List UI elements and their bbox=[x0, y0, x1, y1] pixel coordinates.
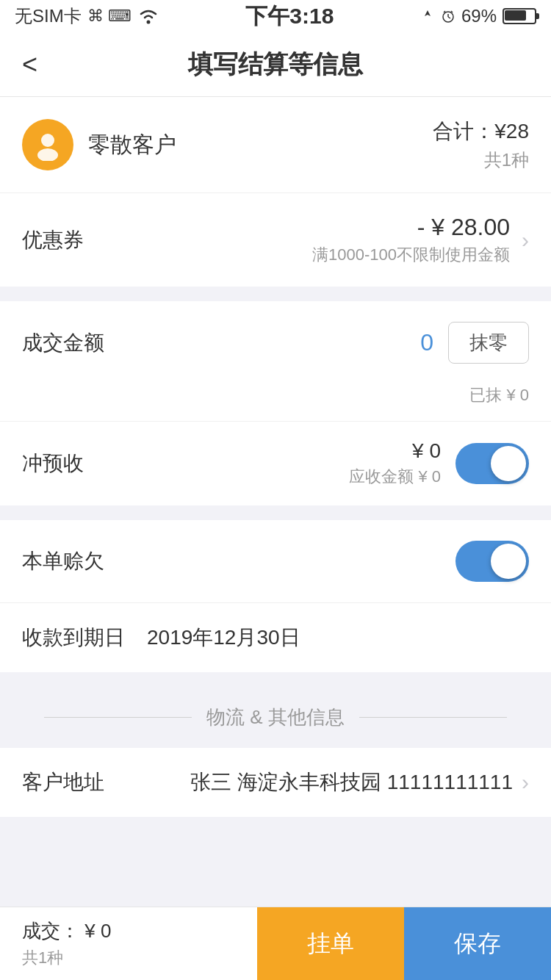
prepay-amount: ¥ 0 bbox=[349, 439, 441, 463]
logistics-header: 物流 & 其他信息 bbox=[0, 687, 551, 748]
coupon-amount: - ¥ 28.00 bbox=[312, 214, 510, 241]
due-date-label: 收款到期日 bbox=[22, 624, 125, 652]
svg-point-0 bbox=[146, 21, 150, 24]
back-button[interactable]: < bbox=[22, 49, 37, 80]
person-icon bbox=[32, 129, 64, 161]
address-label: 客户地址 bbox=[22, 768, 104, 796]
address-row[interactable]: 客户地址 张三 海淀永丰科技园 11111111111 › bbox=[0, 748, 551, 817]
avatar bbox=[22, 119, 73, 170]
svg-point-6 bbox=[41, 134, 54, 147]
status-left: 无SIM卡 ⌘ ⌨ bbox=[15, 4, 159, 28]
prepay-sub: 应收金额 ¥ 0 bbox=[349, 466, 441, 488]
customer-total: 合计：¥28 共1种 bbox=[433, 118, 529, 172]
total-amount: 合计：¥28 bbox=[433, 118, 529, 145]
address-section: 客户地址 张三 海淀永丰科技园 11111111111 › bbox=[0, 748, 551, 817]
bottom-count: 共1种 bbox=[22, 947, 235, 969]
debit-section: 本单赊欠 收款到期日 2019年12月30日 bbox=[0, 520, 551, 672]
wifi-icon: ⌘ ⌨ bbox=[87, 7, 132, 26]
address-value: 张三 海淀永丰科技园 11111111111 bbox=[126, 768, 513, 796]
prepay-row: 冲预收 ¥ 0 应收金额 ¥ 0 bbox=[0, 421, 551, 505]
location-icon bbox=[420, 9, 435, 24]
prepay-label: 冲预收 bbox=[22, 450, 84, 478]
customer-name: 零散客户 bbox=[88, 130, 176, 160]
prepay-right: ¥ 0 应收金额 ¥ 0 bbox=[349, 439, 529, 488]
transaction-value[interactable]: 0 bbox=[420, 329, 433, 356]
debit-row: 本单赊欠 bbox=[0, 520, 551, 602]
save-button[interactable]: 保存 bbox=[404, 907, 551, 981]
coupon-text: - ¥ 28.00 满1000-100不限制使用金额 bbox=[312, 214, 510, 266]
svg-line-3 bbox=[448, 17, 450, 18]
due-date-row: 收款到期日 2019年12月30日 bbox=[0, 602, 551, 672]
customer-section: 零散客户 合计：¥28 共1种 优惠券 - ¥ 28.00 满1000-100不… bbox=[0, 97, 551, 287]
address-chevron-icon: › bbox=[522, 770, 529, 795]
content: 零散客户 合计：¥28 共1种 优惠券 - ¥ 28.00 满1000-100不… bbox=[0, 97, 551, 920]
prepay-toggle[interactable] bbox=[455, 443, 529, 484]
bottom-bar: 成交： ¥ 0 共1种 挂单 保存 bbox=[0, 907, 551, 980]
status-right: 69% bbox=[420, 6, 536, 26]
transaction-sub: 已抹 ¥ 0 bbox=[0, 384, 551, 421]
coupon-label: 优惠券 bbox=[22, 226, 84, 254]
alarm-icon bbox=[441, 9, 455, 24]
pending-button[interactable]: 挂单 bbox=[257, 907, 404, 981]
transaction-right: 0 抹零 bbox=[420, 322, 529, 364]
due-date-value: 2019年12月30日 bbox=[147, 624, 300, 652]
transaction-label: 成交金额 bbox=[22, 329, 104, 357]
coupon-right: - ¥ 28.00 满1000-100不限制使用金额 › bbox=[312, 214, 529, 266]
transaction-row: 成交金额 0 抹零 bbox=[0, 301, 551, 384]
carrier-label: 无SIM卡 bbox=[15, 4, 82, 28]
chevron-right-icon: › bbox=[522, 228, 529, 253]
logistics-section: 物流 & 其他信息 客户地址 张三 海淀永丰科技园 11111111111 › bbox=[0, 687, 551, 817]
bottom-info: 成交： ¥ 0 共1种 bbox=[0, 918, 257, 969]
wifi-icon-svg bbox=[137, 8, 159, 24]
total-count: 共1种 bbox=[433, 148, 529, 172]
status-bar: 无SIM卡 ⌘ ⌨ 下午3:18 69% bbox=[0, 0, 551, 32]
status-time: 下午3:18 bbox=[245, 1, 334, 32]
debit-toggle[interactable] bbox=[455, 541, 529, 582]
customer-row: 零散客户 合计：¥28 共1种 bbox=[0, 97, 551, 192]
svg-point-7 bbox=[37, 148, 58, 161]
page-title: 填写结算等信息 bbox=[188, 48, 363, 82]
nav-bar: < 填写结算等信息 bbox=[0, 32, 551, 97]
battery-icon bbox=[503, 8, 536, 24]
round-button[interactable]: 抹零 bbox=[448, 322, 529, 364]
deal-label: 成交： bbox=[22, 920, 79, 942]
debit-label: 本单赊欠 bbox=[22, 547, 104, 575]
battery-percent: 69% bbox=[461, 6, 497, 26]
customer-left: 零散客户 bbox=[22, 119, 176, 170]
prepay-text: ¥ 0 应收金额 ¥ 0 bbox=[349, 439, 441, 488]
transaction-section: 成交金额 0 抹零 已抹 ¥ 0 冲预收 ¥ 0 应收金额 ¥ 0 bbox=[0, 301, 551, 505]
logistics-title: 物流 & 其他信息 bbox=[192, 705, 359, 730]
bottom-deal: 成交： ¥ 0 bbox=[22, 918, 235, 944]
coupon-desc: 满1000-100不限制使用金额 bbox=[312, 244, 510, 266]
coupon-row[interactable]: 优惠券 - ¥ 28.00 满1000-100不限制使用金额 › bbox=[0, 192, 551, 287]
deal-amount: ¥ 0 bbox=[84, 920, 111, 942]
